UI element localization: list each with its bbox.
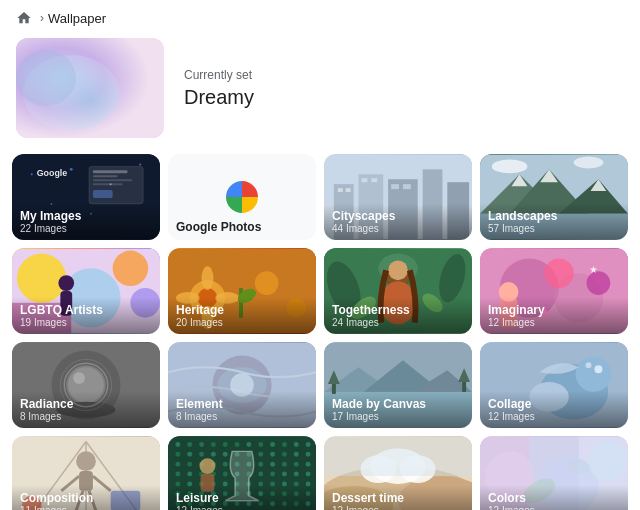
svg-point-209 (306, 472, 311, 477)
tile-title: Element (176, 397, 308, 411)
svg-point-135 (199, 452, 204, 457)
tile-count: 12 Images (488, 505, 620, 510)
tile-title: Made by Canvas (332, 397, 464, 411)
svg-point-104 (586, 362, 592, 368)
tile-lgbtq[interactable]: LGBTQ Artists 19 Images (12, 248, 160, 334)
svg-rect-27 (371, 178, 377, 182)
tile-my-images[interactable]: Google My Images 22 Images (12, 154, 160, 240)
tile-count: 57 Images (488, 223, 620, 234)
svg-point-153 (223, 472, 228, 477)
svg-point-193 (282, 472, 287, 477)
svg-point-55 (255, 271, 279, 295)
tile-title: Radiance (20, 397, 152, 411)
tile-count: 17 Images (332, 411, 464, 422)
tile-count: 22 Images (20, 223, 152, 234)
svg-point-191 (282, 452, 287, 457)
tile-count: 8 Images (20, 411, 152, 422)
tile-cityscapes[interactable]: Cityscapes 44 Images (324, 154, 472, 240)
tile-dessert-time[interactable]: Dessert time 12 Images (324, 436, 472, 510)
svg-rect-28 (391, 184, 399, 189)
tile-title: Togetherness (332, 303, 464, 317)
svg-point-176 (258, 462, 263, 467)
svg-rect-223 (324, 437, 472, 476)
svg-point-151 (223, 452, 228, 457)
svg-point-101 (576, 356, 612, 392)
tile-made-by-canvas[interactable]: Made by Canvas 17 Images (324, 342, 472, 428)
tile-title: Dessert time (332, 491, 464, 505)
svg-point-166 (246, 442, 251, 447)
svg-rect-24 (338, 188, 343, 192)
svg-point-152 (223, 462, 228, 467)
tile-google-photos[interactable]: Google Photos (168, 154, 316, 240)
svg-text:Google: Google (37, 168, 68, 178)
tile-count: 44 Images (332, 223, 464, 234)
svg-point-208 (306, 462, 311, 467)
svg-point-182 (270, 442, 275, 447)
current-wallpaper-thumbnail[interactable] (16, 38, 164, 138)
svg-point-214 (200, 458, 216, 474)
svg-point-129 (187, 472, 192, 477)
svg-rect-25 (346, 188, 351, 192)
svg-point-103 (594, 365, 602, 373)
svg-point-64 (388, 260, 408, 280)
tile-composition[interactable]: Composition 11 Images (12, 436, 160, 510)
svg-point-38 (492, 160, 528, 174)
svg-point-119 (175, 452, 180, 457)
home-icon[interactable] (16, 10, 32, 26)
svg-point-190 (282, 442, 287, 447)
tile-title: Landscapes (488, 209, 620, 223)
tile-title: Google Photos (176, 220, 308, 234)
wallpaper-grid-container: Google My Images 22 Images (0, 154, 640, 510)
svg-point-200 (294, 462, 299, 467)
tile-togetherness[interactable]: Togetherness 24 Images (324, 248, 472, 334)
tile-radiance[interactable]: Radiance 8 Images (12, 342, 160, 428)
svg-point-2 (16, 50, 76, 106)
svg-point-51 (202, 266, 214, 290)
dreamy-preview (16, 38, 164, 138)
tile-title: Heritage (176, 303, 308, 317)
tile-landscapes[interactable]: Landscapes 57 Images (480, 154, 628, 240)
svg-point-183 (270, 452, 275, 457)
svg-point-158 (235, 442, 240, 447)
svg-point-46 (113, 251, 149, 287)
current-wallpaper-section: Currently set Dreamy (0, 34, 640, 154)
breadcrumb-current: Wallpaper (48, 11, 106, 26)
svg-point-44 (58, 275, 74, 291)
svg-point-184 (270, 462, 275, 467)
breadcrumb: › Wallpaper (0, 0, 640, 34)
svg-point-150 (223, 442, 228, 447)
svg-point-7 (139, 163, 141, 165)
svg-point-109 (76, 451, 96, 471)
tile-element[interactable]: Element 8 Images (168, 342, 316, 428)
svg-point-174 (258, 442, 263, 447)
svg-point-4 (31, 173, 33, 175)
svg-rect-16 (93, 190, 113, 198)
tile-count: 12 Images (332, 505, 464, 510)
tile-heritage[interactable]: Heritage 20 Images (168, 248, 316, 334)
current-wallpaper-info: Currently set Dreamy (184, 68, 254, 109)
wallpaper-grid: Google My Images 22 Images (12, 154, 628, 510)
svg-point-198 (294, 442, 299, 447)
tile-colors[interactable]: Colors 12 Images (480, 436, 628, 510)
svg-point-142 (211, 442, 216, 447)
svg-point-199 (294, 452, 299, 457)
svg-rect-26 (361, 178, 367, 182)
tile-title: Cityscapes (332, 209, 464, 223)
tile-title: Imaginary (488, 303, 620, 317)
svg-point-175 (258, 452, 263, 457)
svg-point-185 (270, 472, 275, 477)
tile-title: Collage (488, 397, 620, 411)
tile-count: 24 Images (332, 317, 464, 328)
tile-leisure[interactable]: Leisure 12 Images (168, 436, 316, 510)
svg-point-118 (175, 442, 180, 447)
svg-point-128 (187, 462, 192, 467)
tile-imaginary[interactable]: ★ ★ Imaginary 12 Images (480, 248, 628, 334)
tile-collage[interactable]: Collage 12 Images (480, 342, 628, 428)
breadcrumb-separator: › (40, 11, 44, 25)
svg-point-120 (175, 462, 180, 467)
svg-rect-29 (403, 184, 411, 189)
svg-point-73 (544, 258, 574, 288)
svg-point-230 (589, 442, 628, 481)
svg-point-39 (574, 157, 604, 169)
tile-count: 8 Images (176, 411, 308, 422)
